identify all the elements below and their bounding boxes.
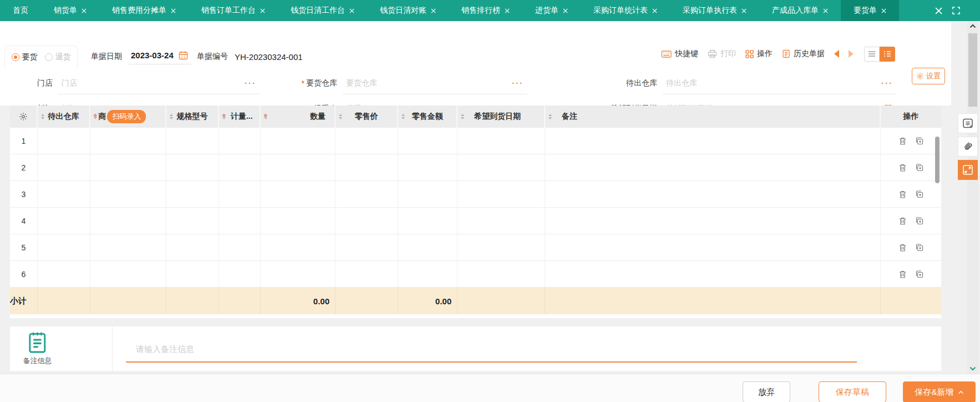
table-cell[interactable] [219, 234, 261, 261]
tab-close-icon[interactable] [171, 8, 176, 13]
table-cell[interactable] [261, 208, 336, 234]
table-cell[interactable] [261, 181, 336, 208]
table-cell[interactable] [458, 128, 545, 154]
page-scrollbar[interactable] [967, 21, 978, 374]
table-cell[interactable] [219, 261, 261, 288]
delete-row-icon[interactable] [898, 163, 907, 172]
tab-close-icon[interactable] [652, 8, 657, 13]
table-cell[interactable] [90, 128, 166, 154]
tab-钱货日清工作台[interactable]: 钱货日清工作台 [278, 0, 367, 21]
prev-document-icon[interactable] [834, 50, 839, 58]
detail-view-toggle[interactable] [880, 47, 895, 62]
table-cell[interactable] [166, 181, 219, 208]
tab-首页[interactable]: 首页 [0, 0, 41, 21]
tab-采购订单执行表[interactable]: 采购订单执行表 [670, 0, 759, 21]
delete-row-icon[interactable] [898, 270, 907, 279]
sort-icon[interactable] [461, 114, 464, 119]
tab-钱货日清对账[interactable]: 钱货日清对账 [367, 0, 449, 21]
tab-销售排行榜[interactable]: 销售排行榜 [449, 0, 522, 21]
table-cell[interactable] [38, 208, 90, 234]
table-cell[interactable] [90, 234, 166, 261]
copy-row-icon[interactable] [915, 270, 923, 279]
sort-icon[interactable] [402, 114, 405, 119]
table-cell[interactable] [545, 234, 881, 261]
tab-close-icon[interactable] [82, 8, 87, 13]
sort-icon[interactable] [339, 114, 342, 119]
table-cell[interactable] [261, 128, 336, 154]
table-cell[interactable] [166, 128, 219, 154]
radio-require-goods[interactable]: 要货 [12, 52, 38, 62]
table-cell[interactable] [166, 234, 219, 261]
out-warehouse-picker-icon[interactable]: ··· [881, 78, 893, 88]
tab-close-icon[interactable] [431, 8, 436, 13]
sort-icon[interactable] [94, 114, 97, 119]
table-cell[interactable] [219, 128, 261, 154]
tab-销售订单工作台[interactable]: 销售订单工作台 [189, 0, 278, 21]
table-cell[interactable] [38, 261, 90, 288]
next-document-icon[interactable] [849, 50, 854, 58]
expand-table-button[interactable] [958, 160, 978, 180]
table-cell[interactable] [38, 154, 90, 181]
table-cell[interactable] [545, 128, 881, 154]
table-cell[interactable] [398, 154, 458, 181]
request-warehouse-picker-icon[interactable]: ··· [512, 78, 524, 88]
settings-button[interactable]: 设置 [912, 68, 945, 84]
tab-close-icon[interactable] [823, 8, 828, 13]
copy-row-icon[interactable] [915, 137, 923, 145]
tab-销售费用分摊单[interactable]: 销售费用分摊单 [99, 0, 189, 21]
tab-close-icon[interactable] [881, 8, 886, 13]
tab-采购订单统计表[interactable]: 采购订单统计表 [581, 0, 670, 21]
table-cell[interactable] [166, 154, 219, 181]
tab-close-icon[interactable] [742, 8, 747, 13]
column-settings-icon[interactable] [19, 112, 28, 121]
table-cell[interactable] [545, 208, 881, 234]
table-cell[interactable] [458, 181, 545, 208]
sort-icon[interactable] [549, 114, 552, 119]
tab-close-icon[interactable] [349, 8, 354, 13]
table-cell[interactable] [336, 208, 398, 234]
table-cell[interactable] [261, 234, 336, 261]
table-cell[interactable] [336, 234, 398, 261]
table-cell[interactable] [90, 208, 166, 234]
table-cell[interactable] [166, 261, 219, 288]
delete-row-icon[interactable] [898, 137, 907, 145]
table-cell[interactable] [90, 181, 166, 208]
table-cell[interactable] [545, 261, 881, 288]
delete-row-icon[interactable] [898, 190, 907, 199]
calendar-icon[interactable] [179, 51, 188, 60]
store-input[interactable]: 门店 ··· [58, 72, 260, 94]
document-date-input[interactable]: 2023-03-24 [129, 49, 191, 64]
page-scrollbar-thumb[interactable] [968, 33, 977, 107]
table-cell[interactable] [458, 234, 545, 261]
scroll-up-icon[interactable] [967, 24, 978, 28]
scan-entry-badge[interactable]: 扫码录入 [107, 110, 146, 123]
table-cell[interactable] [336, 181, 398, 208]
tab-close-icon[interactable] [260, 8, 265, 13]
table-cell[interactable] [545, 181, 881, 208]
store-picker-icon[interactable]: ··· [245, 78, 256, 88]
shortcut-keys-button[interactable]: 快捷键 [661, 49, 698, 59]
table-cell[interactable] [398, 181, 458, 208]
tab-close-icon[interactable] [505, 8, 510, 13]
table-cell[interactable] [90, 154, 166, 181]
table-cell[interactable] [219, 154, 261, 181]
column-header-expected-date[interactable]: 希望到货日期 [458, 105, 545, 128]
close-all-tabs-icon[interactable] [935, 7, 942, 14]
table-cell[interactable] [458, 261, 545, 288]
table-cell[interactable] [398, 234, 458, 261]
attachment-button[interactable] [958, 137, 978, 157]
column-header-retail-amount[interactable]: 零售金额 [398, 105, 458, 128]
table-cell[interactable] [90, 261, 166, 288]
sort-icon[interactable] [170, 114, 173, 119]
table-cell[interactable] [545, 154, 881, 181]
out-warehouse-input[interactable]: 待出仓库 ··· [663, 72, 896, 94]
table-cell[interactable] [458, 208, 545, 234]
delete-row-icon[interactable] [898, 243, 907, 252]
table-cell[interactable] [398, 208, 458, 234]
column-header-remark[interactable]: 备注 [545, 105, 881, 128]
copy-row-icon[interactable] [915, 163, 923, 172]
copy-row-icon[interactable] [915, 243, 923, 252]
table-cell[interactable] [219, 181, 261, 208]
table-cell[interactable] [336, 261, 398, 288]
draft-note-button[interactable]: 草 [958, 113, 978, 133]
